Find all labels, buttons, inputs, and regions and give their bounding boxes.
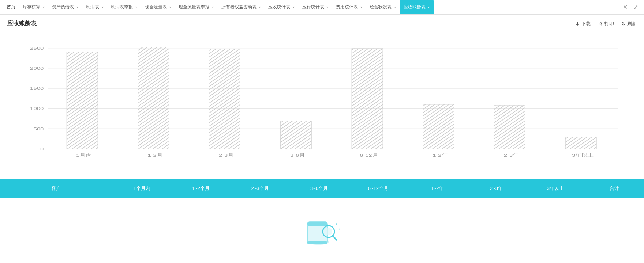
tab-label: 首页 xyxy=(7,4,15,10)
th-2-3year: 2~3年 xyxy=(467,185,526,192)
tab-close-icon[interactable]: × xyxy=(259,5,261,9)
svg-text:2000: 2000 xyxy=(30,66,44,71)
window-close-button[interactable]: ✕ xyxy=(621,3,629,11)
tab-close-icon[interactable]: × xyxy=(326,5,329,9)
svg-text:0: 0 xyxy=(40,146,44,151)
nav-tab-inventory[interactable]: 库存核算× xyxy=(19,0,48,14)
svg-rect-21 xyxy=(565,137,596,149)
tab-close-icon[interactable]: × xyxy=(211,5,214,9)
nav-tab-cashflow[interactable]: 现金流量表× xyxy=(141,0,175,14)
tab-close-icon[interactable]: × xyxy=(101,5,104,9)
print-icon: 🖨 xyxy=(598,21,603,27)
svg-text:2-3年: 2-3年 xyxy=(504,153,519,157)
svg-text:✦: ✦ xyxy=(335,222,338,226)
svg-text:1-2月: 1-2月 xyxy=(147,153,162,157)
nav-tab-expense-stats[interactable]: 费用统计表× xyxy=(332,0,366,14)
th-1-2year: 1~2年 xyxy=(408,185,467,192)
th-1-2month: 1~2个月 xyxy=(171,185,230,192)
nav-tab-ar-stats[interactable]: 应收统计表× xyxy=(265,0,298,14)
svg-rect-17 xyxy=(280,121,311,149)
header-actions: ⬇ 下载 🖨 打印 ↻ 刷新 xyxy=(575,20,637,27)
page-title: 应收账龄表 xyxy=(7,20,37,27)
page-header: 应收账龄表 ⬇ 下载 🖨 打印 ↻ 刷新 xyxy=(0,15,644,33)
download-icon: ⬇ xyxy=(575,21,580,27)
th-1month: 1个月内 xyxy=(112,185,171,192)
svg-line-39 xyxy=(333,236,337,240)
svg-text:3-6月: 3-6月 xyxy=(290,153,305,157)
th-customer: 客户 xyxy=(0,185,112,192)
main-content: 05001000150020002500 1月内1-2月2-3月3-6月6-12… xyxy=(0,33,644,263)
svg-rect-15 xyxy=(138,47,169,149)
tab-close-icon[interactable]: × xyxy=(292,5,295,9)
svg-text:1月内: 1月内 xyxy=(76,153,91,157)
nav-tab-balance-sheet[interactable]: 资产负债表× xyxy=(48,0,82,14)
th-2-3month: 2~3个月 xyxy=(231,185,289,192)
tab-close-icon[interactable]: × xyxy=(42,5,45,9)
tab-close-icon[interactable]: × xyxy=(135,5,137,9)
nav-tab-equity[interactable]: 所有者权益变动表× xyxy=(218,0,265,14)
tab-label: 利润表季报 xyxy=(111,4,133,10)
print-button[interactable]: 🖨 打印 xyxy=(598,20,614,27)
download-button[interactable]: ⬇ 下载 xyxy=(575,20,591,27)
nav-tab-profit[interactable]: 利润表× xyxy=(82,0,107,14)
tab-close-icon[interactable]: × xyxy=(360,5,362,9)
tab-label: 费用统计表 xyxy=(336,4,358,10)
nav-tab-home[interactable]: 首页 xyxy=(3,0,19,14)
th-6-12month: 6~12个月 xyxy=(349,185,408,192)
nav-tab-business-status[interactable]: 经营状况表× xyxy=(366,0,400,14)
tab-label: 现金流量表季报 xyxy=(179,4,209,10)
empty-area: ✦ ✦ xyxy=(0,198,644,260)
refresh-icon: ↻ xyxy=(621,21,626,27)
window-maximize-button[interactable]: ⤢ xyxy=(632,3,640,11)
tab-label: 应收统计表 xyxy=(268,4,290,10)
empty-icon-wrapper: ✦ ✦ xyxy=(300,213,344,249)
download-label: 下载 xyxy=(581,20,591,27)
svg-rect-14 xyxy=(67,52,98,149)
tab-close-icon[interactable]: × xyxy=(428,5,430,9)
nav-tab-ar-aging[interactable]: 应收账龄表× xyxy=(400,0,434,14)
svg-rect-18 xyxy=(352,49,383,149)
window-controls: ✕ ⤢ xyxy=(621,3,641,11)
tab-label: 利润表 xyxy=(86,4,99,10)
tab-label: 库存核算 xyxy=(23,4,40,10)
th-3-6month: 3~6个月 xyxy=(289,185,348,192)
th-total: 合计 xyxy=(585,185,644,192)
nav-tab-profit-quarter[interactable]: 利润表季报× xyxy=(107,0,141,14)
bar-chart: 05001000150020002500 1月内1-2月2-3月3-6月6-12… xyxy=(15,40,629,164)
empty-state-icon: ✦ ✦ xyxy=(300,213,344,249)
nav-tab-cashflow-quarter[interactable]: 现金流量表季报× xyxy=(175,0,217,14)
print-label: 打印 xyxy=(604,20,614,27)
svg-text:500: 500 xyxy=(33,126,44,131)
tab-close-icon[interactable]: × xyxy=(394,5,396,9)
tab-label: 所有者权益变动表 xyxy=(221,4,257,10)
svg-text:✦: ✦ xyxy=(338,228,341,230)
svg-rect-16 xyxy=(209,49,240,149)
svg-text:2-3月: 2-3月 xyxy=(219,153,234,157)
tab-label: 资产负债表 xyxy=(52,4,74,10)
tab-label: 现金流量表 xyxy=(145,4,167,10)
chart-container: 05001000150020002500 1月内1-2月2-3月3-6月6-12… xyxy=(15,40,629,164)
svg-text:3年以上: 3年以上 xyxy=(572,153,593,157)
svg-text:2500: 2500 xyxy=(30,46,44,50)
tab-close-icon[interactable]: × xyxy=(76,5,78,9)
tab-close-icon[interactable]: × xyxy=(169,5,171,9)
svg-text:1000: 1000 xyxy=(30,106,44,111)
top-nav: 首页库存核算×资产负债表×利润表×利润表季报×现金流量表×现金流量表季报×所有者… xyxy=(0,0,644,15)
svg-rect-20 xyxy=(494,105,525,149)
svg-rect-19 xyxy=(423,104,454,149)
th-3plus: 3年以上 xyxy=(526,185,585,192)
tab-label: 经营状况表 xyxy=(370,4,392,10)
nav-tab-ap-stats[interactable]: 应付统计表× xyxy=(299,0,332,14)
refresh-label: 刷新 xyxy=(627,20,637,27)
svg-rect-33 xyxy=(307,241,327,244)
refresh-button[interactable]: ↻ 刷新 xyxy=(621,20,637,27)
tab-label: 应收账龄表 xyxy=(404,4,426,10)
svg-rect-32 xyxy=(307,222,327,226)
svg-text:1500: 1500 xyxy=(30,86,44,91)
svg-text:1-2年: 1-2年 xyxy=(433,153,448,157)
svg-point-38 xyxy=(325,228,332,235)
tab-label: 应付统计表 xyxy=(302,4,324,10)
chart-area: 05001000150020002500 1月内1-2月2-3月3-6月6-12… xyxy=(0,33,644,179)
table-header: 客户1个月内1~2个月2~3个月3~6个月6~12个月1~2年2~3年3年以上合… xyxy=(0,179,644,198)
svg-text:6-12月: 6-12月 xyxy=(360,153,378,157)
